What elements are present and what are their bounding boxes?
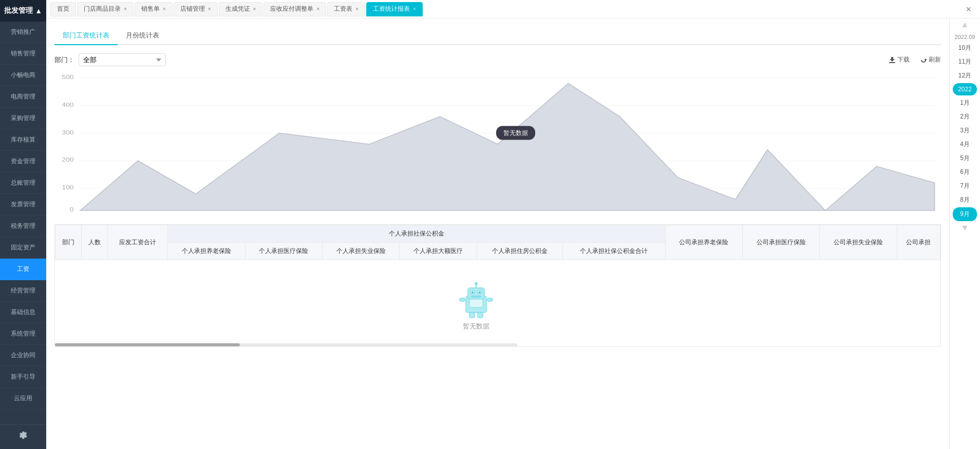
timeline-month-dec[interactable]: 12月 <box>950 69 980 83</box>
svg-text:0: 0 <box>70 206 74 213</box>
timeline-month-feb[interactable]: 2月 <box>950 110 980 124</box>
sidebar-item-sales[interactable]: 销售管理 <box>0 43 46 65</box>
svg-rect-23 <box>469 299 483 307</box>
sub-tabs: 部门工资统计表 月份统计表 <box>54 27 941 45</box>
content-inner: 部门工资统计表 月份统计表 部门： 全部 下载 <box>46 18 949 449</box>
sub-tab-month[interactable]: 月份统计表 <box>118 27 167 45</box>
sidebar-item-cloud[interactable]: 云应用 <box>0 388 46 409</box>
tab-sales[interactable]: 销售单 × <box>135 2 173 16</box>
dept-select[interactable]: 全部 <box>79 53 166 66</box>
refresh-button[interactable]: 刷新 <box>920 55 941 64</box>
tab-store-mgmt-close[interactable]: × <box>208 6 211 12</box>
tab-store-mgmt[interactable]: 店铺管理 × <box>174 2 218 16</box>
timeline-month-jun[interactable]: 6月 <box>950 165 980 179</box>
tab-payroll-report-close[interactable]: × <box>413 6 416 12</box>
timeline-month-mar[interactable]: 3月 <box>950 124 980 138</box>
sidebar-item-ecommerce[interactable]: 电商管理 <box>0 86 46 108</box>
sidebar-item-guide[interactable]: 新手引导 <box>0 366 46 388</box>
th-personal-housing: 个人承担住房公积金 <box>477 243 562 260</box>
th-personal-major-medical: 个人承担大额医疗 <box>400 243 477 260</box>
svg-text:200: 200 <box>62 156 74 163</box>
empty-state: 暂无数据 <box>55 260 897 341</box>
sub-tab-dept[interactable]: 部门工资统计表 <box>54 27 118 45</box>
th-count: 人数 <box>82 225 108 260</box>
timeline-month-jul[interactable]: 7月 <box>950 179 980 193</box>
timeline-month-sep[interactable]: 9月 <box>953 207 977 221</box>
tab-sales-close[interactable]: × <box>163 6 166 12</box>
tab-store-catalog[interactable]: 门店商品目录 × <box>77 2 134 16</box>
svg-text:100: 100 <box>62 184 74 191</box>
sidebar-item-marketing[interactable]: 营销推广 <box>0 22 46 43</box>
chart-no-data-tooltip: 暂无数据 <box>496 126 535 140</box>
download-button[interactable]: 下载 <box>889 55 910 64</box>
close-all-button[interactable]: ✕ <box>962 4 976 14</box>
th-personal-unemployment: 个人承担失业保险 <box>323 243 400 260</box>
main-area: 首页 门店商品目录 × 销售单 × 店铺管理 × 生成凭证 × 应收应付调整单 … <box>46 0 980 449</box>
sidebar-item-ecommerce-small[interactable]: 小畅电商 <box>0 65 46 86</box>
sidebar-header[interactable]: 批发管理 ▲ <box>0 0 46 22</box>
content-area: 部门工资统计表 月份统计表 部门： 全部 下载 <box>46 18 980 449</box>
svg-rect-21 <box>479 291 481 293</box>
tab-payroll[interactable]: 工资表 × <box>327 2 365 16</box>
sidebar-item-inventory[interactable]: 库存核算 <box>0 129 46 151</box>
svg-rect-22 <box>471 296 481 298</box>
download-icon <box>889 56 896 64</box>
timeline-month-may[interactable]: 5月 <box>950 151 980 165</box>
timeline-up-arrow[interactable]: ▲ <box>959 18 971 31</box>
tab-voucher[interactable]: 生成凭证 × <box>219 2 263 16</box>
tab-store-catalog-close[interactable]: × <box>124 6 127 12</box>
chart-svg: 500 400 300 200 100 0 <box>54 72 941 216</box>
svg-marker-13 <box>80 84 934 211</box>
sidebar-item-invoice[interactable]: 发票管理 <box>0 194 46 216</box>
toolbar: 部门： 全部 下载 刷新 <box>54 53 941 66</box>
gear-icon <box>18 431 28 441</box>
tab-payroll-report-label: 工资统计报表 <box>373 5 410 13</box>
tabs-bar-actions: ✕ <box>962 4 976 14</box>
th-dept: 部门 <box>55 225 82 260</box>
tab-receivable[interactable]: 应收应付调整单 × <box>263 2 326 16</box>
tab-home[interactable]: 首页 <box>50 2 76 16</box>
sidebar-item-basic[interactable]: 基础信息 <box>0 302 46 323</box>
sidebar: 批发管理 ▲ 营销推广 销售管理 小畅电商 电商管理 采购管理 库存核算 资金管… <box>0 0 46 449</box>
tab-payroll-label: 工资表 <box>334 5 352 13</box>
tabs-bar: 首页 门店商品目录 × 销售单 × 店铺管理 × 生成凭证 × 应收应付调整单 … <box>46 0 980 18</box>
timeline-year-2022-label: 2022.09 <box>950 31 980 41</box>
timeline-month-nov[interactable]: 11月 <box>950 55 980 69</box>
sidebar-item-assets[interactable]: 固定资产 <box>0 237 46 259</box>
sidebar-item-payroll[interactable]: 工资 <box>0 259 46 280</box>
toolbar-left: 部门： 全部 <box>54 53 166 66</box>
tab-store-catalog-label: 门店商品目录 <box>84 5 121 13</box>
timeline-month-jan[interactable]: 1月 <box>950 96 980 110</box>
svg-rect-0 <box>889 62 895 63</box>
tab-payroll-close[interactable]: × <box>355 6 359 12</box>
svg-rect-27 <box>478 313 483 318</box>
sidebar-item-system[interactable]: 系统管理 <box>0 323 46 345</box>
tab-voucher-close[interactable]: × <box>253 6 256 12</box>
th-company-medical: 公司承担医疗保险 <box>743 225 820 260</box>
timeline-month-apr[interactable]: 4月 <box>950 138 980 151</box>
th-personal-medical: 个人承担医疗保险 <box>245 243 322 260</box>
tab-sales-label: 销售单 <box>141 5 160 13</box>
tab-payroll-report[interactable]: 工资统计报表 × <box>366 2 423 16</box>
horizontal-scrollbar[interactable] <box>55 343 517 346</box>
sidebar-item-enterprise[interactable]: 企业协同 <box>0 345 46 366</box>
th-company-unemployment: 公司承担失业保险 <box>820 225 897 260</box>
sidebar-item-operations[interactable]: 经营管理 <box>0 280 46 302</box>
svg-point-17 <box>475 282 478 285</box>
tab-store-mgmt-label: 店铺管理 <box>180 5 205 13</box>
sidebar-item-purchase[interactable]: 采购管理 <box>0 108 46 129</box>
timeline-year-2022-marker[interactable]: 2022 <box>953 83 977 95</box>
tab-home-label: 首页 <box>57 5 69 13</box>
tab-receivable-close[interactable]: × <box>316 6 319 12</box>
timeline-month-aug[interactable]: 8月 <box>950 193 980 207</box>
sidebar-item-ledger[interactable]: 总账管理 <box>0 172 46 194</box>
sidebar-item-tax[interactable]: 税务管理 <box>0 216 46 237</box>
svg-rect-24 <box>460 298 465 301</box>
tab-voucher-label: 生成凭证 <box>225 5 250 13</box>
svg-rect-26 <box>469 313 475 318</box>
sidebar-item-finance[interactable]: 资金管理 <box>0 151 46 172</box>
svg-rect-20 <box>472 291 474 293</box>
timeline-down-arrow[interactable]: ▼ <box>959 222 971 234</box>
timeline-month-oct[interactable]: 10月 <box>950 41 980 55</box>
settings-button[interactable] <box>0 424 46 449</box>
